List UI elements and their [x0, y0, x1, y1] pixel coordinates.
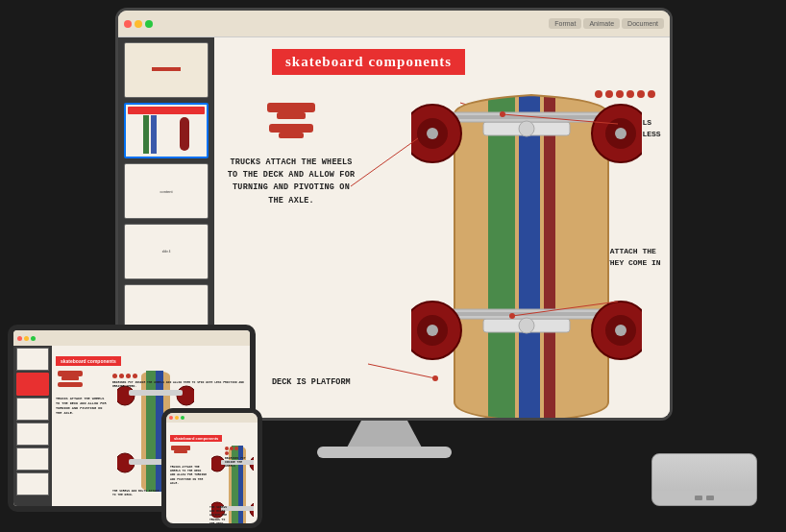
slide-thumb-4[interactable]: slide 4 [124, 224, 209, 279]
trucks-panel: TRUCKS ATTACH THE WHEELS TO THE DECK AND… [224, 95, 358, 207]
ipad-slide-2[interactable] [16, 373, 49, 396]
toolbar-tabs: Format Animate Document [549, 18, 664, 29]
iphone-bearings-text: BEARINGS FIT INSIDE THE WHEELS [225, 457, 254, 470]
mac-mini-front [652, 491, 756, 505]
iphone-trucks-text: TRUCKS ATTACH THE WHEELS TO THE DECK AND… [170, 466, 207, 486]
slide-thumb-1[interactable] [124, 42, 209, 98]
svg-rect-50 [174, 450, 187, 453]
svg-rect-49 [171, 446, 190, 450]
deck-text: DECK IS PLATFORM [272, 376, 351, 389]
format-tab[interactable]: Format [549, 18, 581, 29]
trucks-text: TRUCKS ATTACH THE WHEELS TO THE DECK AND… [224, 157, 358, 207]
monitor-stand [346, 421, 423, 449]
svg-rect-28 [269, 124, 313, 133]
svg-rect-40 [58, 382, 83, 387]
iphone-toolbar [166, 413, 258, 423]
svg-rect-38 [58, 371, 83, 376]
close-button[interactable] [124, 20, 132, 28]
svg-rect-29 [279, 133, 304, 138]
svg-rect-47 [129, 390, 183, 396]
slide-title: skateboard components [272, 49, 465, 75]
ipad-slide-title: skateboard components [56, 356, 121, 366]
iphone-title: skateboard components [170, 435, 222, 442]
iphone-close[interactable] [169, 416, 173, 420]
ipad-toolbar [13, 330, 250, 346]
ipad-slide-1[interactable] [16, 348, 49, 371]
svg-point-25 [615, 325, 626, 336]
svg-rect-26 [267, 103, 315, 112]
iphone-content: skateboard components TRUCKS ATTACH THE … [166, 423, 258, 523]
svg-point-19 [519, 318, 534, 333]
ipad-slides-panel [13, 346, 52, 506]
ipad-slide-3[interactable] [16, 398, 49, 421]
svg-point-22 [427, 325, 438, 336]
monitor-toolbar: Format Animate Document [118, 11, 670, 37]
minimize-button[interactable] [135, 20, 142, 28]
main-content-area: skateboard components [214, 37, 670, 418]
ipad-slide-4[interactable] [16, 423, 49, 446]
monitor-base [317, 447, 452, 458]
slide-thumb-2[interactable] [124, 103, 209, 158]
mac-mini-port-1 [695, 496, 702, 500]
rear-truck-svg [411, 292, 642, 369]
svg-rect-27 [277, 112, 306, 119]
mac-mini-port-2 [706, 496, 714, 500]
iphone-minimize[interactable] [175, 416, 179, 420]
ipad-minimize[interactable] [24, 336, 29, 341]
ipad-bearings-text: BEARINGS FIT INSIDE THE WHEELS AND ALLOW… [112, 381, 244, 389]
ipad-maximize[interactable] [31, 336, 36, 341]
slide-thumb-3[interactable]: content [124, 163, 209, 219]
document-tab[interactable]: Document [622, 18, 664, 29]
ipad-trucks-text: TRUCKS ATTACH THE WHEELS TO THE DECK AND… [56, 397, 109, 416]
ipad-slide-5[interactable] [16, 447, 49, 471]
svg-point-12 [427, 128, 438, 139]
svg-point-15 [615, 128, 626, 139]
animate-tab[interactable]: Animate [583, 18, 620, 29]
iphone-maximize[interactable] [181, 416, 184, 420]
svg-point-9 [519, 121, 534, 136]
iphone: skateboard components TRUCKS ATTACH THE … [161, 408, 262, 528]
mac-mini [651, 453, 757, 506]
svg-line-37 [351, 138, 418, 186]
ipad-close[interactable] [17, 336, 22, 341]
maximize-button[interactable] [145, 20, 153, 28]
ipad-slide-6[interactable] [16, 472, 49, 496]
iphone-screen: skateboard components TRUCKS ATTACH THE … [166, 413, 258, 523]
svg-rect-39 [61, 376, 79, 380]
truck-icon [224, 95, 358, 147]
front-truck-svg [411, 95, 642, 172]
